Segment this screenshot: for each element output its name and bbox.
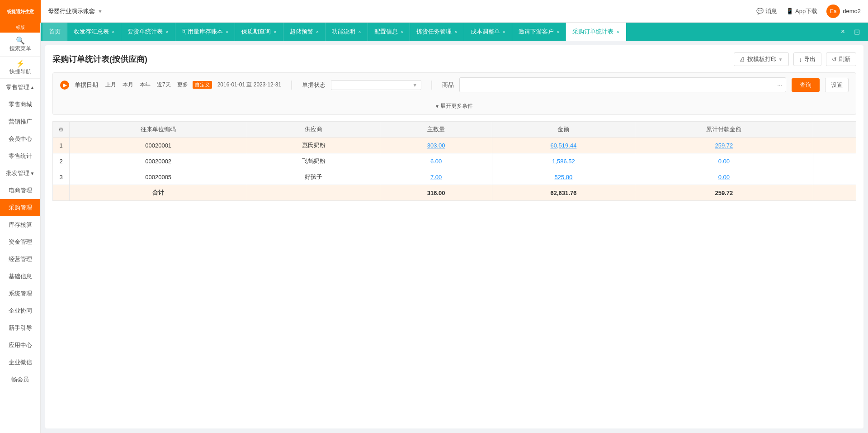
avatar: Ea	[826, 5, 840, 18]
tab-config-info-label: 配置信息	[374, 28, 398, 36]
th-code: 往来单位编码	[70, 122, 247, 138]
shortcut-this-year[interactable]: 本年	[138, 81, 152, 89]
tab-order-stat-close[interactable]: ×	[165, 29, 168, 34]
footer-row: 合计 316.00 62,631.76 259.72	[53, 185, 856, 201]
shortcut-more[interactable]: 更多	[175, 81, 190, 89]
sidebar-item-finance[interactable]: 资金管理	[0, 233, 40, 251]
print-btn[interactable]: 🖨 按模板打印 ▼	[734, 52, 789, 66]
sidebar-item-member2[interactable]: 畅会员	[0, 371, 40, 388]
tab-close-window-btn[interactable]: ×	[838, 27, 848, 37]
tab-config-info[interactable]: 配置信息 ×	[368, 23, 410, 41]
tab-collection[interactable]: 收发存汇总表 ×	[67, 23, 121, 41]
row-qty[interactable]: 6.00	[380, 153, 492, 169]
tab-cost-adjust-close[interactable]: ×	[503, 29, 505, 34]
row-amount[interactable]: 1,586.52	[492, 153, 635, 169]
tab-function-desc-label: 功能说明	[332, 28, 355, 36]
export-btn[interactable]: ↓ 导出	[793, 52, 822, 66]
sidebar-item-enterprise[interactable]: 企业协同	[0, 302, 40, 319]
tab-purchase-stat-close[interactable]: ×	[616, 29, 619, 34]
divider2	[431, 81, 432, 90]
row-amount[interactable]: 60,519.44	[492, 138, 635, 153]
app-download-btn[interactable]: 📱 App下载	[786, 7, 817, 15]
workspace-selector[interactable]: 母婴行业演示账套 ▼	[48, 7, 103, 15]
sidebar-item-newguide[interactable]: 新手引导	[0, 319, 40, 337]
tab-collection-close[interactable]: ×	[112, 29, 114, 34]
tab-order-stat-label: 要货单统计表	[127, 28, 163, 36]
sidebar-item-system[interactable]: 系统管理	[0, 285, 40, 302]
shortcut-7days[interactable]: 近7天	[155, 81, 173, 89]
tab-picking-task[interactable]: 拣货任务管理 ×	[410, 23, 464, 41]
sidebar-item-retail-mall[interactable]: 零售商城	[0, 96, 40, 113]
sidebar-item-retail-stat[interactable]: 零售统计	[0, 148, 40, 165]
sidebar-item-inventory[interactable]: 库存核算	[0, 216, 40, 233]
message-btn[interactable]: 💬 消息	[756, 7, 777, 15]
sidebar-item-marketing[interactable]: 营销推广	[0, 113, 40, 130]
row-num: 1	[53, 138, 70, 153]
tab-invite-downstream-label: 邀请下游客户	[519, 28, 554, 36]
date-range-display: 2016-01-01 至 2023-12-31	[217, 81, 281, 89]
sidebar-item-appcenter[interactable]: 应用中心	[0, 337, 40, 354]
row-paid[interactable]: 0.00	[635, 169, 813, 185]
tab-invite-downstream-close[interactable]: ×	[557, 29, 559, 34]
settings-btn[interactable]: 设置	[825, 78, 849, 92]
user-menu[interactable]: Ea demo2	[826, 5, 861, 18]
tab-function-desc-close[interactable]: ×	[358, 29, 361, 34]
topbar: 母婴行业演示账套 ▼ 💬 消息 📱 App下载 Ea demo2	[41, 0, 868, 23]
search-menu-item[interactable]: 🔍 搜索菜单	[0, 33, 40, 57]
sidebar-item-purchase[interactable]: 采购管理	[0, 199, 40, 216]
sidebar-item-operation[interactable]: 经营管理	[0, 251, 40, 268]
sidebar-item-retail[interactable]: 零售管理 ▲	[0, 79, 40, 96]
sidebar-item-ecommerce[interactable]: 电商管理	[0, 182, 40, 199]
sidebar: 畅捷通好生意 标版 🔍 搜索菜单 ⚡ 快捷导航 零售管理 ▲ 零售商城 营销推广…	[0, 0, 41, 433]
tab-config-info-close[interactable]: ×	[401, 29, 403, 34]
app-icon: 📱	[786, 8, 793, 14]
tab-invite-downstream[interactable]: 邀请下游客户 ×	[512, 23, 566, 41]
tab-expiry-label: 保质期查询	[241, 28, 271, 36]
tab-overstock-label: 超储预警	[290, 28, 313, 36]
expand-more-btn[interactable]: ▾ 展开更多条件	[436, 102, 473, 110]
tab-cost-adjust[interactable]: 成本调整单 ×	[464, 23, 512, 41]
goods-search-input[interactable]	[463, 80, 777, 90]
tab-available-inv[interactable]: 可用量库存账本 ×	[175, 23, 235, 41]
shortcut-this-month[interactable]: 本月	[121, 81, 135, 89]
sidebar-item-basic[interactable]: 基础信息	[0, 268, 40, 285]
tab-expiry-close[interactable]: ×	[274, 29, 276, 34]
print-label: 按模板打印	[747, 55, 777, 63]
message-label: 消息	[765, 7, 777, 15]
row-paid[interactable]: 0.00	[635, 153, 813, 169]
tab-available-inv-close[interactable]: ×	[226, 29, 228, 34]
shortcut-last-month[interactable]: 上月	[104, 81, 118, 89]
search-btn[interactable]: 查询	[792, 78, 820, 92]
divider	[291, 81, 292, 90]
topbar-right: 💬 消息 📱 App下载 Ea demo2	[756, 5, 861, 18]
row-amount[interactable]: 525.80	[492, 169, 635, 185]
tab-home[interactable]: 首页	[42, 23, 67, 41]
filter-toggle-btn[interactable]: ▶	[60, 81, 69, 90]
sidebar-item-batch[interactable]: 批发管理 ▼	[0, 165, 40, 182]
row-qty[interactable]: 303.00	[380, 138, 492, 153]
tab-purchase-stat[interactable]: 采购订单统计表 ×	[566, 23, 626, 41]
sidebar-item-member[interactable]: 会员中心	[0, 130, 40, 148]
quicknav-item[interactable]: ⚡ 快捷导航	[0, 57, 40, 79]
footer-paid: 259.72	[635, 185, 813, 201]
goods-more-icon[interactable]: ···	[777, 81, 782, 88]
status-select[interactable]: ▼	[331, 80, 421, 90]
tab-collection-label: 收发存汇总表	[74, 28, 109, 36]
page-content: 采购订单统计表(按供应商) 🖨 按模板打印 ▼ ↓ 导出 ↺ 刷新	[41, 41, 868, 433]
refresh-btn[interactable]: ↺ 刷新	[826, 52, 856, 66]
tab-order-stat[interactable]: 要货单统计表 ×	[121, 23, 175, 41]
tab-available-inv-label: 可用量库存账本	[182, 28, 223, 36]
tab-purchase-stat-label: 采购订单统计表	[572, 28, 613, 36]
tab-restore-btn[interactable]: ⊡	[851, 27, 863, 37]
tab-picking-task-close[interactable]: ×	[454, 29, 457, 34]
row-qty[interactable]: 7.00	[380, 169, 492, 185]
row-paid[interactable]: 259.72	[635, 138, 813, 153]
tab-expiry[interactable]: 保质期查询 ×	[235, 23, 283, 41]
column-settings-icon[interactable]: ⚙	[58, 126, 64, 133]
tab-overstock[interactable]: 超储预警 ×	[283, 23, 326, 41]
export-icon: ↓	[799, 56, 802, 63]
tab-overstock-close[interactable]: ×	[316, 29, 319, 34]
sidebar-item-wechat[interactable]: 企业微信	[0, 354, 40, 371]
tab-home-label: 首页	[49, 28, 61, 36]
tab-function-desc[interactable]: 功能说明 ×	[326, 23, 368, 41]
